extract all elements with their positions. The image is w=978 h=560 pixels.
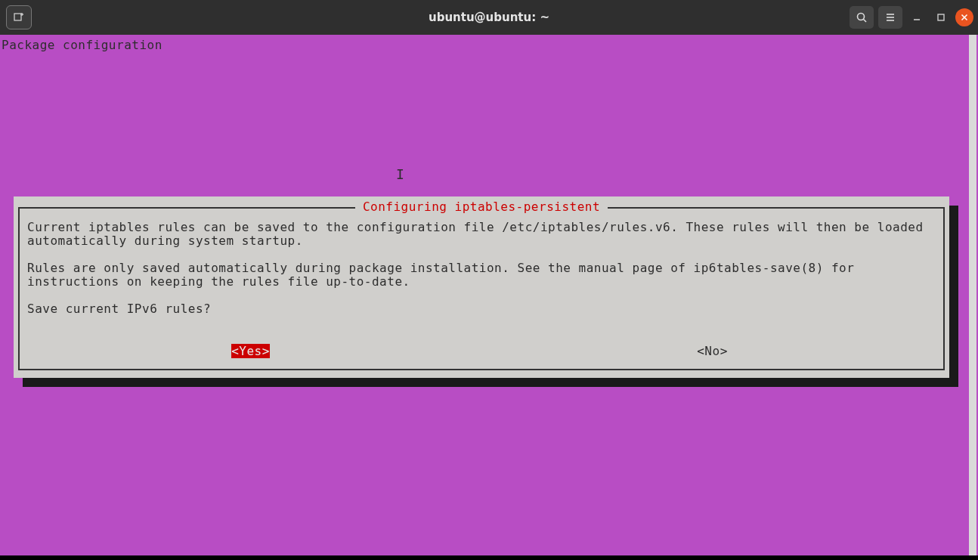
text-cursor-icon: I: [396, 166, 404, 182]
terminal-window: ubuntu@ubuntu: ~: [0, 0, 978, 560]
titlebar: ubuntu@ubuntu: ~: [0, 0, 978, 35]
maximize-icon: [936, 13, 946, 22]
svg-line-2: [864, 20, 867, 23]
dialog-question: Save current IPv6 rules?: [27, 302, 936, 316]
terminal-content[interactable]: Package configuration I Configuring ipta…: [0, 35, 978, 555]
search-icon: [856, 11, 868, 23]
svg-point-1: [858, 14, 865, 20]
debconf-dialog: Configuring iptables-persistent Current …: [14, 196, 949, 378]
yes-button[interactable]: <Yes>: [231, 344, 270, 358]
minimize-icon: [912, 13, 921, 22]
close-icon: [961, 14, 968, 21]
svg-rect-7: [938, 14, 944, 20]
maximize-button[interactable]: [931, 8, 951, 27]
close-button[interactable]: [955, 8, 973, 26]
no-button[interactable]: <No>: [697, 344, 728, 358]
minimize-button[interactable]: [907, 8, 927, 27]
search-button[interactable]: [850, 6, 874, 29]
dialog-button-row: <Yes> <No>: [20, 344, 943, 358]
package-config-header: Package configuration: [2, 38, 162, 52]
new-tab-icon: [13, 11, 25, 23]
dialog-title: Configuring iptables-persistent: [355, 200, 608, 214]
svg-rect-0: [14, 14, 21, 20]
new-tab-button[interactable]: [6, 5, 32, 29]
dialog-paragraph-1: Current iptables rules can be saved to t…: [27, 221, 936, 248]
dialog-frame: Configuring iptables-persistent Current …: [18, 207, 945, 370]
dialog-paragraph-2: Rules are only saved automatically durin…: [27, 261, 936, 289]
menu-button[interactable]: [878, 6, 902, 29]
scrollbar[interactable]: [969, 35, 976, 555]
hamburger-icon: [884, 11, 896, 23]
window-title: ubuntu@ubuntu: ~: [0, 11, 978, 24]
